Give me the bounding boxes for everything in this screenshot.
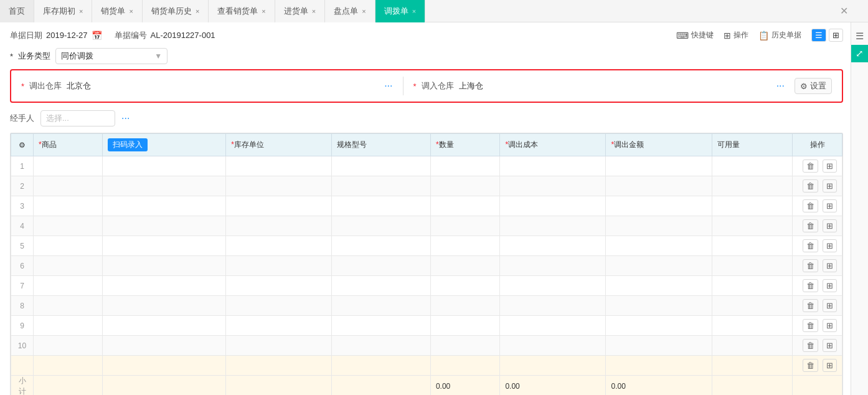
- copy-row-7-button[interactable]: ⊞: [823, 279, 837, 292]
- qty-cell-9: [430, 316, 499, 336]
- product-table: ⚙ *商品 扫码录入 *库存单位 规格型号 *数量 *调出成本 *调出金额 可用…: [11, 133, 842, 395]
- amount-cell-6: [606, 256, 712, 276]
- date-field: 单据日期 2019-12-27 📅: [10, 30, 102, 41]
- tab-close-inventory-init[interactable]: ×: [79, 7, 83, 15]
- operation-button[interactable]: ⊞ 操作: [724, 30, 748, 40]
- tab-sales-history[interactable]: 销货单历史×: [143, 0, 209, 22]
- col-gear[interactable]: ⚙: [11, 134, 34, 156]
- col-product: *商品: [34, 134, 103, 156]
- layout-btn-2[interactable]: ⊞: [829, 29, 843, 42]
- copy-row-10-button[interactable]: ⊞: [823, 339, 837, 352]
- layout-btn-1[interactable]: ☰: [811, 29, 826, 42]
- product-cell-1[interactable]: [34, 156, 103, 176]
- copy-row-3-button[interactable]: ⊞: [823, 199, 837, 212]
- transfer-in-group: * 调入仓库 上海仓 ···: [413, 80, 785, 92]
- tab-close-purchase-order[interactable]: ×: [312, 7, 316, 15]
- delete-row-1-button[interactable]: 🗑: [803, 159, 818, 173]
- available-cell-4: [712, 216, 792, 236]
- business-type-select[interactable]: 同价调拨 ▼: [55, 48, 167, 64]
- qty-cell-8: [430, 296, 499, 316]
- table-row: 2 🗑 ⊞: [11, 176, 842, 196]
- delete-row-2-button[interactable]: 🗑: [803, 179, 818, 193]
- transfer-out-more-button[interactable]: ···: [384, 80, 392, 92]
- calendar-icon[interactable]: 📅: [92, 31, 102, 40]
- scan-button[interactable]: 扫码录入: [108, 138, 148, 151]
- product-cell-2[interactable]: [34, 176, 103, 196]
- tab-inventory-check[interactable]: 盘点单×: [325, 0, 375, 22]
- row-number-5: 5: [11, 236, 34, 256]
- col-spec: 规格型号: [332, 134, 431, 156]
- tab-view-sales[interactable]: 查看销货单×: [209, 0, 275, 22]
- delete-row-5-button[interactable]: 🗑: [803, 239, 818, 252]
- ops-cell-9: 🗑 ⊞: [793, 316, 842, 336]
- col-qty: *数量: [430, 134, 499, 156]
- sidebar-list-icon[interactable]: ☰: [851, 27, 869, 45]
- tab-inventory-init[interactable]: 库存期初×: [34, 0, 92, 22]
- product-cell-5[interactable]: [34, 236, 103, 256]
- settings-button[interactable]: ⚙ 设置: [795, 78, 832, 94]
- history-button[interactable]: 📋 历史单据: [758, 30, 801, 40]
- transfer-out-required-star: *: [21, 82, 24, 91]
- product-cell-8[interactable]: [34, 296, 103, 316]
- shortcut-button[interactable]: ⌨ 快捷键: [676, 30, 714, 40]
- sidebar-expand-icon[interactable]: ⤢: [851, 45, 869, 62]
- table-row: 4 🗑 ⊞: [11, 216, 842, 236]
- product-cell-11[interactable]: [34, 356, 103, 376]
- tab-close-inventory-check[interactable]: ×: [362, 7, 366, 15]
- table-row: 5 🗑 ⊞: [11, 236, 842, 256]
- table-row: 🗑 ⊞: [11, 356, 842, 376]
- col-available: 可用量: [712, 134, 792, 156]
- window-close-button[interactable]: ✕: [840, 5, 848, 17]
- settings-gear-icon: ⚙: [800, 82, 808, 91]
- copy-row-5-button[interactable]: ⊞: [823, 239, 837, 252]
- delete-row-8-button[interactable]: 🗑: [803, 299, 818, 312]
- row-number-2: 2: [11, 176, 34, 196]
- product-cell-10[interactable]: [34, 336, 103, 356]
- delete-row-10-button[interactable]: 🗑: [803, 339, 818, 352]
- delete-row-9-button[interactable]: 🗑: [803, 319, 818, 332]
- product-cell-6[interactable]: [34, 256, 103, 276]
- amount-cell-11: [606, 356, 712, 376]
- ops-cell-4: 🗑 ⊞: [793, 216, 842, 236]
- copy-row-6-button[interactable]: ⊞: [823, 259, 837, 272]
- tab-purchase-order[interactable]: 进货单×: [275, 0, 325, 22]
- subtotal-op: [793, 376, 842, 396]
- product-table-container: ⚙ *商品 扫码录入 *库存单位 规格型号 *数量 *调出成本 *调出金额 可用…: [10, 133, 843, 395]
- tab-close-sales-history[interactable]: ×: [196, 7, 199, 15]
- amount-cell-1: [606, 156, 712, 176]
- copy-row-2-button[interactable]: ⊞: [823, 179, 837, 193]
- product-cell-3[interactable]: [34, 196, 103, 216]
- tab-close-transfer-order[interactable]: ×: [412, 7, 416, 15]
- doc-value: AL-20191227-001: [151, 31, 215, 40]
- business-required-star: *: [10, 52, 13, 61]
- product-cell-7[interactable]: [34, 276, 103, 296]
- tab-close-sales-order[interactable]: ×: [129, 7, 133, 15]
- tab-bar: 首页库存期初×销货单×销货单历史×查看销货单×进货单×盘点单×调拨单×: [0, 0, 868, 22]
- copy-row-4-button[interactable]: ⊞: [823, 219, 837, 232]
- subtotal-sp: [332, 376, 431, 396]
- tab-label-transfer-order: 调拨单: [384, 6, 408, 17]
- tab-close-view-sales[interactable]: ×: [262, 7, 265, 15]
- person-more-button[interactable]: ···: [121, 113, 130, 124]
- copy-row-1-button[interactable]: ⊞: [823, 159, 837, 173]
- qty-cell-3: [430, 196, 499, 216]
- tab-label-purchase-order: 进货单: [284, 6, 308, 17]
- copy-row-9-button[interactable]: ⊞: [823, 319, 837, 332]
- copy-row-11-button[interactable]: ⊞: [823, 359, 837, 372]
- transfer-in-more-button[interactable]: ···: [776, 80, 785, 92]
- tab-transfer-order[interactable]: 调拨单×: [375, 0, 425, 22]
- delete-row-7-button[interactable]: 🗑: [803, 279, 818, 292]
- delete-row-11-button[interactable]: 🗑: [803, 359, 818, 372]
- tab-home[interactable]: 首页: [0, 0, 34, 22]
- person-select[interactable]: 选择...: [40, 110, 115, 126]
- transfer-in-label: 调入仓库: [422, 80, 454, 92]
- tab-sales-order[interactable]: 销货单×: [92, 0, 142, 22]
- delete-row-6-button[interactable]: 🗑: [803, 259, 818, 272]
- product-cell-4[interactable]: [34, 216, 103, 236]
- product-cell-9[interactable]: [34, 316, 103, 336]
- delete-row-4-button[interactable]: 🗑: [803, 219, 818, 232]
- copy-row-8-button[interactable]: ⊞: [823, 299, 837, 312]
- delete-row-3-button[interactable]: 🗑: [803, 199, 818, 212]
- table-row: 3 🗑 ⊞: [11, 196, 842, 216]
- tab-label-inventory-init: 库存期初: [43, 6, 75, 17]
